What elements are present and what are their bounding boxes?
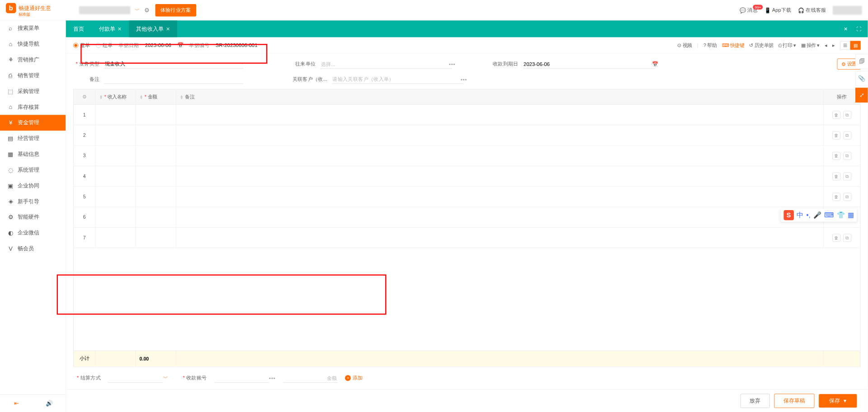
sidebar-item-3[interactable]: ⎙销售管理 — [0, 68, 66, 84]
sidebar-item-8[interactable]: ▦基础信息 — [0, 146, 66, 162]
more-icon[interactable]: ••• — [449, 61, 455, 67]
ops-link[interactable]: ▦操作▾ — [801, 42, 820, 49]
view-list-button[interactable]: ☰ — [840, 41, 850, 49]
col-income-name[interactable]: ▲▼收入名称 — [95, 89, 136, 104]
cell-name[interactable] — [95, 187, 136, 207]
ime-voice-icon[interactable]: 🎤 — [813, 211, 821, 219]
prev-doc-button[interactable]: ◂ — [825, 42, 827, 48]
radio-red[interactable]: 红单 — [96, 42, 113, 49]
sidebar-item-0[interactable]: ⌕搜索菜单 — [0, 20, 66, 36]
shortcut-link[interactable]: ⌨快捷键 — [722, 42, 744, 49]
gear-icon[interactable]: ⚙ — [144, 7, 149, 14]
remark-input[interactable] — [104, 75, 243, 84]
tab-close-icon[interactable]: ✕ — [166, 26, 170, 32]
tab-expand-button[interactable]: ⛶ — [853, 23, 864, 34]
app-download-link[interactable]: 📱 App下载 — [764, 7, 792, 14]
col-amount[interactable]: ▲▼金额 — [136, 89, 176, 104]
sidebar-item-2[interactable]: ⚘营销推广 — [0, 52, 66, 68]
cell-note[interactable] — [176, 125, 824, 145]
company-selector[interactable]: ﹀ ⚙ — [79, 6, 150, 14]
cell-name[interactable] — [95, 166, 136, 187]
cell-note[interactable] — [176, 166, 824, 187]
row-delete-button[interactable]: 🗑 — [832, 152, 840, 160]
party-input[interactable] — [320, 60, 452, 69]
user-avatar-blur[interactable] — [833, 6, 862, 14]
help-link[interactable]: ?帮助 — [703, 42, 717, 49]
ime-menu-icon[interactable]: ▦ — [848, 211, 854, 219]
table-row[interactable]: 7 🗑 ⧉ — [74, 228, 860, 248]
save-draft-button[interactable]: 保存草稿 — [774, 393, 815, 408]
row-copy-button[interactable]: ⧉ — [843, 111, 851, 119]
row-delete-button[interactable]: 🗑 — [832, 192, 840, 201]
more-icon[interactable]: ••• — [461, 76, 467, 82]
chevron-down-icon[interactable]: ﹀ — [240, 61, 245, 67]
sidebar-item-7[interactable]: ▤经营管理 — [0, 131, 66, 146]
cell-amount[interactable] — [136, 207, 176, 227]
row-delete-button[interactable]: 🗑 — [832, 131, 840, 139]
row-copy-button[interactable]: ⧉ — [843, 131, 851, 139]
rel-customer-input[interactable] — [332, 75, 464, 84]
calendar-icon[interactable]: 📅 — [652, 61, 658, 67]
online-service-link[interactable]: 🎧 在线客服 — [798, 7, 826, 14]
cell-amount[interactable] — [136, 228, 176, 248]
row-delete-button[interactable]: 🗑 — [832, 172, 840, 180]
row-copy-button[interactable]: ⧉ — [843, 192, 851, 201]
settle-amount-input[interactable] — [283, 374, 338, 383]
col-note[interactable]: ▲▼备注 — [176, 89, 824, 104]
print-link[interactable]: ⎙打印▾ — [778, 42, 796, 49]
sidebar-sound-button[interactable]: 🔊 — [33, 395, 65, 412]
ime-lang-label[interactable]: 中 — [797, 211, 803, 220]
sidebar-item-9[interactable]: ◌系统管理 — [0, 162, 66, 178]
rail-expand-button[interactable]: ⤢ — [855, 88, 868, 102]
cell-name[interactable] — [95, 125, 136, 145]
cell-note[interactable] — [176, 105, 824, 125]
table-row[interactable]: 5 🗑 ⧉ — [74, 187, 860, 207]
cell-name[interactable] — [95, 105, 136, 125]
cell-amount[interactable] — [136, 166, 176, 187]
tab-close-button[interactable]: ✕ — [840, 23, 851, 34]
table-gear-icon[interactable]: ⚙ — [82, 94, 87, 99]
view-form-button[interactable]: ▤ — [850, 41, 861, 49]
sidebar-item-11[interactable]: ◈新手引导 — [0, 193, 66, 209]
settle-method-input[interactable] — [108, 374, 163, 383]
biz-type-input[interactable] — [104, 60, 243, 69]
sidebar-collapse-button[interactable]: ⇤ — [0, 395, 33, 412]
cell-amount[interactable] — [136, 125, 176, 145]
doc-date-value[interactable]: 2023-06-06 — [145, 42, 171, 48]
sidebar-item-1[interactable]: ⌂快捷导航 — [0, 36, 66, 52]
sidebar-item-12[interactable]: ⚙智能硬件 — [0, 209, 66, 225]
trial-button[interactable]: 体验行业方案 — [155, 4, 196, 17]
due-date-input[interactable] — [523, 60, 655, 69]
sidebar-item-13[interactable]: ◐企业微信 — [0, 225, 66, 241]
rail-attach-button[interactable]: 📎 — [855, 71, 868, 85]
cell-note[interactable] — [176, 145, 824, 166]
cell-note[interactable] — [176, 187, 824, 207]
more-icon[interactable]: ••• — [269, 375, 275, 381]
row-copy-button[interactable]: ⧉ — [843, 172, 851, 180]
sidebar-item-4[interactable]: ⬚采购管理 — [0, 84, 66, 99]
ime-punct-icon[interactable]: •, — [807, 211, 811, 219]
cell-note[interactable] — [176, 228, 824, 248]
cell-amount[interactable] — [136, 145, 176, 166]
cell-name[interactable] — [95, 228, 136, 248]
ime-toolbar[interactable]: S 中 •, 🎤 ⌨ 👕 ▦ — [781, 209, 857, 222]
table-row[interactable]: 6 🗑 ⧉ — [74, 207, 860, 227]
discard-button[interactable]: 放弃 — [741, 393, 770, 408]
table-row[interactable]: 1 🗑 ⧉ — [74, 105, 860, 125]
next-doc-button[interactable]: ▸ — [832, 42, 835, 48]
rail-doc-button[interactable]: 🗐 — [855, 54, 868, 69]
chevron-down-icon[interactable]: ﹀ — [163, 375, 168, 382]
cell-note[interactable] — [176, 207, 824, 227]
tab-2[interactable]: 其他收入单✕ — [129, 20, 177, 37]
row-copy-button[interactable]: ⧉ — [843, 152, 851, 160]
radio-blue[interactable]: 蓝单 — [73, 42, 90, 49]
tab-0[interactable]: 首页 — [66, 20, 92, 37]
table-row[interactable]: 3 🗑 ⧉ — [74, 145, 860, 166]
messages-link[interactable]: 💬 消息 99+ — [740, 7, 758, 14]
row-delete-button[interactable]: 🗑 — [832, 111, 840, 119]
video-link[interactable]: ⊙视频 — [677, 42, 692, 49]
add-settlement-button[interactable]: +添加 — [345, 375, 363, 382]
settle-account-input[interactable] — [214, 374, 269, 383]
save-button[interactable]: 保存▾ — [819, 394, 857, 407]
cell-amount[interactable] — [136, 105, 176, 125]
